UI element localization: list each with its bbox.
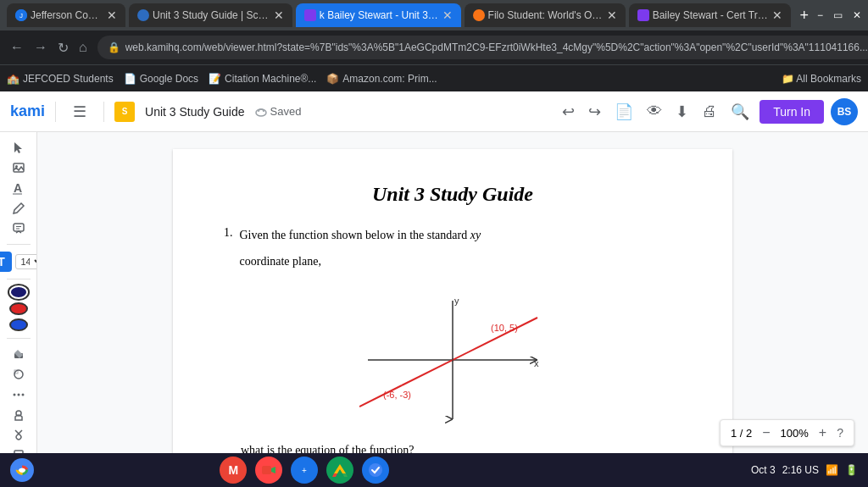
eraser-tool-button[interactable] [5, 346, 32, 362]
tab-close-icon[interactable]: ✕ [442, 8, 453, 22]
gmail-letter: M [228, 463, 238, 477]
svg-text:+: + [302, 466, 307, 475]
bookmark-citation[interactable]: 📝 Citation Machine®... [209, 73, 316, 85]
view-button[interactable]: 👁 [643, 99, 665, 124]
select-tool-button[interactable] [5, 139, 32, 156]
bookmark-icon: 🏫 [7, 73, 19, 85]
date-display: Oct 3 [751, 464, 776, 476]
bookmark-label: Amazon.com: Prim... [342, 73, 437, 85]
svg-point-13 [13, 393, 15, 396]
forward-button[interactable]: → [31, 36, 51, 59]
new-tab-button[interactable]: + [794, 7, 814, 25]
text-tool-button[interactable]: T [0, 252, 12, 272]
zoom-in-button[interactable]: + [815, 423, 830, 442]
tab-close-icon[interactable]: ✕ [772, 8, 782, 22]
color-red[interactable] [9, 302, 28, 315]
page-indicator: 1 / 2 [731, 427, 752, 440]
image-tool-button[interactable] [5, 159, 32, 176]
chrome-icon[interactable] [10, 458, 34, 482]
close-window-button[interactable]: ✕ [853, 9, 861, 21]
tasks-icon[interactable] [362, 457, 389, 484]
cloud-icon [255, 106, 267, 118]
bookmark-google-docs[interactable]: 📄 Google Docs [124, 73, 198, 85]
saved-status: Saved [255, 105, 302, 118]
tab-cert-tracker[interactable]: Bailey Stewart - Cert Tracker... ✕ [629, 3, 792, 27]
stamp-tool-button[interactable] [5, 407, 32, 423]
toolbar-divider [55, 102, 56, 122]
tab-close-icon[interactable]: ✕ [274, 8, 284, 22]
download-button[interactable]: ⬇ [672, 99, 692, 125]
tab-favicon: J [15, 9, 27, 21]
reload-button[interactable]: ↻ [54, 36, 72, 59]
all-bookmarks[interactable]: 📁 All Bookmarks [782, 73, 861, 85]
undo-button[interactable]: ↩ [559, 99, 578, 125]
bookmark-label: JEFCOED Students [23, 73, 114, 85]
gmail-icon[interactable]: M [220, 457, 247, 484]
bookmark-amazon[interactable]: 📦 Amazon.com: Prim... [326, 73, 437, 85]
tab-favicon [304, 9, 316, 21]
page-controls: 1 / 2 − 100% + ? [720, 419, 854, 446]
svg-rect-31 [262, 466, 271, 474]
tab-title: Bailey Stewart - Cert Tracker... [653, 9, 770, 21]
color-blue[interactable] [9, 318, 28, 331]
classroom-icon[interactable]: + [291, 457, 318, 484]
avatar[interactable]: BS [831, 98, 858, 125]
tab-favicon [473, 9, 485, 21]
document-page: Unit 3 Study Guide 1. Given the function… [173, 149, 732, 487]
help-button[interactable]: ? [837, 426, 843, 440]
zoom-out-button[interactable]: − [759, 423, 773, 442]
secure-icon: 🔒 [108, 42, 120, 53]
search-button[interactable]: 🔍 [727, 99, 753, 125]
tool-separator3 [7, 338, 31, 339]
redo-button[interactable]: ↪ [585, 99, 604, 125]
tab-kami-active[interactable]: k Bailey Stewart - Unit 3 Stud... ✕ [296, 3, 461, 27]
maximize-button[interactable]: ▭ [833, 9, 843, 21]
document-button[interactable]: 📄 [611, 99, 637, 125]
bookmark-jefcoed[interactable]: 🏫 JEFCOED Students [7, 73, 114, 85]
pen-tool-button[interactable] [5, 200, 32, 217]
saved-label: Saved [270, 105, 302, 118]
tab-close-icon[interactable]: ✕ [607, 8, 617, 22]
tab-favicon [137, 9, 149, 21]
home-button[interactable]: ⌂ [75, 36, 91, 59]
bookmark-label: Google Docs [140, 73, 198, 85]
zoom-level: 100% [781, 427, 809, 440]
shapes-tool-button[interactable] [5, 366, 32, 383]
comment-tool-button[interactable] [5, 220, 32, 237]
text-annotation-tool-button[interactable]: A [5, 180, 32, 196]
brush-tool-button[interactable] [5, 427, 32, 444]
all-bookmarks-label: All Bookmarks [796, 73, 861, 85]
font-size-select[interactable]: 14 ▼ [15, 254, 38, 269]
tab-close-icon[interactable]: ✕ [107, 8, 117, 22]
kami-toolbar: kami ☰ S Unit 3 Study Guide Saved ↩ ↪ 📄 … [0, 91, 868, 132]
color-dark-blue[interactable] [9, 285, 28, 298]
sidebar-toggle-button[interactable]: ☰ [66, 98, 93, 125]
time-display: 2:16 US [782, 464, 819, 476]
tab-schoology[interactable]: Unit 3 Study Guide | Schoolo... ✕ [129, 3, 292, 27]
doc-icon: S [114, 102, 135, 122]
battery-icon: 🔋 [845, 464, 858, 476]
bookmarks-bar: 🏫 JEFCOED Students 📄 Google Docs 📝 Citat… [0, 64, 868, 91]
meet-icon[interactable] [255, 457, 282, 484]
tab-favicon [637, 9, 649, 21]
kami-right-controls: ↩ ↪ 📄 👁 ⬇ 🖨 🔍 Turn In BS [559, 98, 858, 125]
svg-point-2 [256, 109, 266, 116]
drive-icon[interactable] [326, 457, 353, 484]
tab-title: Jefferson County [31, 9, 103, 21]
taskbar: M + Oct 3 2:16 US 📶 🔋 [0, 453, 868, 487]
turn-in-button[interactable]: Turn In [760, 100, 824, 124]
svg-text:A: A [14, 181, 22, 195]
tab-jefferson-county[interactable]: J Jefferson County ✕ [7, 3, 125, 27]
tab-title: k Bailey Stewart - Unit 3 Stud... [320, 9, 439, 21]
print-button[interactable]: 🖨 [698, 99, 721, 124]
tab-filo[interactable]: Filo Student: World's Only Li... ✕ [465, 3, 626, 27]
tool-separator [7, 244, 31, 245]
more-tools-button[interactable] [5, 386, 32, 403]
minimize-button[interactable]: − [817, 9, 823, 21]
q1-intro2: coordinate plane, [240, 252, 481, 270]
back-button[interactable]: ← [7, 36, 27, 59]
window-controls: − ▭ ✕ [817, 9, 861, 21]
q1-number: 1. [224, 226, 233, 279]
svg-text:y: y [454, 296, 459, 306]
address-box[interactable]: 🔒 web.kamihq.com/web/viewer.html?state=%… [97, 36, 868, 59]
